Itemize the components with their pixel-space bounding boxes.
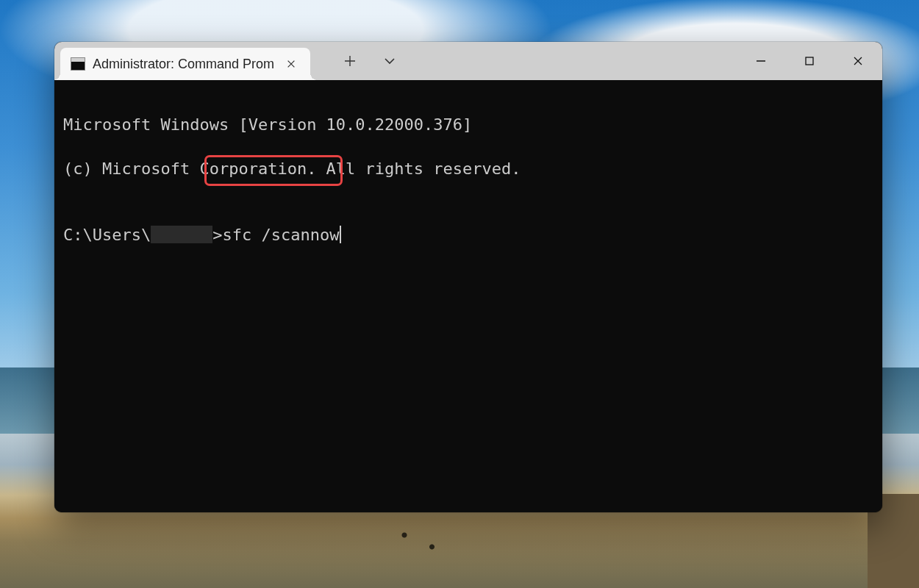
- redacted-username: [151, 226, 212, 243]
- window-controls: [737, 42, 882, 80]
- terminal-line: Microsoft Windows [Version 10.0.22000.37…: [63, 114, 875, 136]
- close-window-button[interactable]: [834, 42, 882, 80]
- prompt-prefix: C:\Users\: [63, 226, 151, 244]
- command-prompt-icon: [71, 57, 85, 71]
- new-tab-button[interactable]: [340, 51, 360, 71]
- titlebar[interactable]: Administrator: Command Promp: [54, 42, 882, 80]
- terminal-prompt-line: C:\Users\>sfc /scannow: [63, 224, 875, 246]
- minimize-button[interactable]: [737, 42, 785, 80]
- terminal-line: (c) Microsoft Corporation. All rights re…: [63, 158, 875, 180]
- close-icon: [852, 55, 864, 67]
- svg-rect-0: [806, 57, 813, 65]
- tabstrip-controls: [340, 42, 400, 80]
- terminal-body[interactable]: Microsoft Windows [Version 10.0.22000.37…: [54, 80, 882, 512]
- plus-icon: [343, 54, 357, 68]
- tab-dropdown-button[interactable]: [379, 51, 400, 71]
- typed-command: sfc /scannow: [222, 226, 339, 244]
- minimize-icon: [755, 55, 767, 67]
- maximize-icon: [804, 55, 815, 67]
- close-icon: [286, 59, 296, 69]
- tab-title: Administrator: Command Promp: [93, 57, 273, 72]
- tab-close-button[interactable]: [281, 54, 301, 74]
- chevron-down-icon: [383, 54, 396, 68]
- text-cursor: [340, 226, 341, 243]
- tab-command-prompt[interactable]: Administrator: Command Promp: [60, 48, 310, 80]
- desktop-wallpaper: Administrator: Command Promp: [0, 0, 919, 588]
- prompt-suffix: >: [212, 226, 222, 244]
- maximize-button[interactable]: [785, 42, 834, 80]
- terminal-window: Administrator: Command Promp: [54, 42, 882, 512]
